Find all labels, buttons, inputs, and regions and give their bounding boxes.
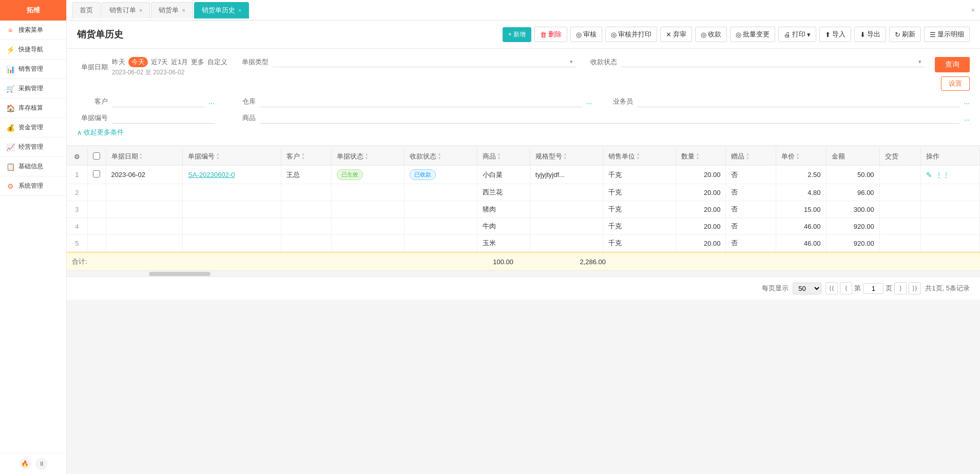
batch-change-button[interactable]: ◎ 批量变更 bbox=[730, 27, 775, 42]
sidebar-item-system-mgmt[interactable]: ⚙ 系统管理 bbox=[0, 176, 66, 196]
doc-no-link[interactable]: SA-20230602-0 bbox=[188, 171, 235, 179]
refresh-button[interactable]: ↻ 刷新 bbox=[889, 27, 921, 42]
row-doc-no bbox=[183, 184, 281, 201]
row-gift: 否 bbox=[726, 235, 776, 252]
date-7days[interactable]: 近7天 bbox=[151, 57, 168, 67]
collect-button[interactable]: ◎ 收款 bbox=[695, 27, 727, 42]
page-next-button[interactable]: ⟩ bbox=[894, 282, 907, 294]
row-doc-status bbox=[331, 184, 404, 201]
close-all-tabs-button[interactable]: × bbox=[971, 7, 975, 14]
tab-close-icon[interactable]: × bbox=[139, 7, 142, 13]
sidebar-item-operations[interactable]: 📈 经营管理 bbox=[0, 137, 66, 157]
row-doc-date bbox=[106, 218, 183, 235]
import-button[interactable]: ⬆ 导入 bbox=[819, 27, 851, 42]
page-first-button[interactable]: ⟨⟨ bbox=[825, 282, 838, 294]
collapse-button[interactable]: ∧ 收起更多条件 bbox=[77, 128, 970, 137]
tab-sales-order[interactable]: 销售订单 × bbox=[102, 2, 150, 18]
goods-dots-icon[interactable]: ... bbox=[964, 114, 970, 122]
row-doc-no bbox=[183, 235, 281, 252]
th-spec-label: 规格型号 bbox=[535, 152, 562, 161]
row-actions: ✎ ⋮⋮ bbox=[921, 166, 980, 184]
sidebar-item-search-menu[interactable]: ≡ 搜索菜单 bbox=[0, 21, 66, 40]
warehouse-input[interactable] bbox=[260, 96, 582, 107]
tab-sales-history[interactable]: 销货单历史 × bbox=[194, 2, 249, 18]
payment-status-select[interactable]: ▾ bbox=[621, 57, 925, 67]
staff-input[interactable] bbox=[637, 96, 959, 107]
row-checkbox[interactable] bbox=[93, 170, 100, 177]
sort-arrows[interactable]: ▲▼ bbox=[497, 152, 501, 161]
row-qty: 20.00 bbox=[676, 166, 726, 184]
warehouse-dots-icon[interactable]: ... bbox=[586, 97, 592, 106]
date-custom[interactable]: 自定义 bbox=[207, 57, 227, 67]
main-table: ⚙ 单据日期 ▲▼ bbox=[67, 148, 980, 252]
settings-gear-icon[interactable]: ⚙ bbox=[74, 153, 80, 161]
row-spec bbox=[530, 184, 603, 201]
show-detail-icon: ☰ bbox=[930, 31, 936, 38]
page-number-input[interactable] bbox=[863, 283, 883, 294]
th-settings[interactable]: ⚙ bbox=[67, 148, 87, 166]
tab-sales-goods[interactable]: 销货单 × bbox=[151, 2, 193, 18]
edit-icon[interactable]: ✎ bbox=[926, 171, 932, 179]
row-customer bbox=[281, 235, 332, 252]
sidebar-pause-icon[interactable]: ⏸ bbox=[35, 458, 48, 470]
row-checkbox-cell bbox=[87, 218, 106, 235]
select-all-checkbox[interactable] bbox=[93, 152, 100, 160]
goods-input[interactable] bbox=[260, 112, 959, 124]
review-print-button[interactable]: ◎ 审核并打印 bbox=[605, 27, 657, 42]
tab-close-icon[interactable]: × bbox=[182, 7, 185, 13]
row-customer bbox=[281, 218, 332, 235]
query-button[interactable]: 查询 bbox=[935, 57, 970, 72]
new-button[interactable]: + 新增 bbox=[503, 27, 531, 42]
per-page-select[interactable]: 50 100 200 bbox=[793, 283, 821, 294]
sidebar: 拓维 ≡ 搜索菜单 ⚡ 快捷导航 📊 销售管理 🛒 采购管理 🏠 库存核算 💰 … bbox=[0, 0, 67, 474]
doc-type-select[interactable]: ▾ bbox=[273, 57, 576, 67]
horizontal-scrollbar[interactable] bbox=[67, 270, 980, 276]
sort-arrows[interactable]: ▲▼ bbox=[139, 152, 143, 161]
date-more[interactable]: 更多 bbox=[191, 57, 204, 67]
sort-arrows[interactable]: ▲▼ bbox=[745, 152, 750, 161]
tab-close-icon[interactable]: × bbox=[238, 7, 241, 13]
filter-area: 单据日期 昨天 今天 近7天 近1月 更多 自定义 2023-06-02 至 2… bbox=[67, 49, 980, 146]
date-today[interactable]: 今天 bbox=[128, 57, 148, 67]
row-price: 46.00 bbox=[776, 235, 827, 252]
sort-arrows[interactable]: ▲▼ bbox=[563, 152, 567, 161]
sidebar-item-inventory[interactable]: 🏠 库存核算 bbox=[0, 98, 66, 118]
date-1month[interactable]: 近1月 bbox=[171, 57, 188, 67]
customer-dots-icon[interactable]: ... bbox=[208, 97, 215, 106]
sidebar-item-finance[interactable]: 💰 资金管理 bbox=[0, 118, 66, 137]
settings-button[interactable]: 设置 bbox=[941, 76, 970, 91]
sort-arrows[interactable]: ▲▼ bbox=[364, 152, 369, 161]
scrollbar-thumb[interactable] bbox=[149, 272, 210, 276]
tab-home[interactable]: 首页 bbox=[72, 2, 101, 18]
delete-button[interactable]: 🗑 删除 bbox=[534, 27, 567, 42]
row-price: 46.00 bbox=[776, 218, 827, 235]
sidebar-item-base-info[interactable]: 📋 基础信息 bbox=[0, 157, 66, 176]
date-yesterday[interactable]: 昨天 bbox=[112, 57, 125, 67]
page-prev-button[interactable]: ⟨ bbox=[840, 282, 852, 294]
sort-arrows[interactable]: ▲▼ bbox=[696, 152, 700, 161]
export-button[interactable]: ⬇ 导出 bbox=[854, 27, 886, 42]
sort-arrows[interactable]: ▲▼ bbox=[301, 152, 305, 161]
sort-arrows[interactable]: ▲▼ bbox=[437, 152, 441, 161]
sort-arrows[interactable]: ▲▼ bbox=[796, 152, 800, 161]
docno-input[interactable] bbox=[112, 112, 215, 124]
staff-dots-icon[interactable]: ... bbox=[964, 97, 970, 106]
th-payment-status-label: 收款状态 bbox=[410, 152, 436, 161]
row-price: 15.00 bbox=[776, 201, 827, 218]
sidebar-item-sales-mgmt[interactable]: 📊 销售管理 bbox=[0, 60, 66, 79]
row-doc-date bbox=[106, 201, 183, 218]
sidebar-fire-icon[interactable]: 🔥 bbox=[19, 458, 31, 470]
sort-arrows[interactable]: ▲▼ bbox=[636, 152, 640, 161]
sort-arrows[interactable]: ▲▼ bbox=[216, 152, 220, 161]
review-button[interactable]: ◎ 审核 bbox=[570, 27, 602, 42]
docno-label: 单据编号 bbox=[77, 113, 108, 123]
show-detail-button[interactable]: ☰ 显示明细 bbox=[924, 27, 970, 42]
sidebar-item-purchase-mgmt[interactable]: 🛒 采购管理 bbox=[0, 79, 66, 98]
more-icon[interactable]: ⋮⋮ bbox=[935, 171, 950, 179]
print-button[interactable]: 🖨 打印 ▾ bbox=[778, 27, 816, 42]
sidebar-item-quick-nav[interactable]: ⚡ 快捷导航 bbox=[0, 40, 66, 60]
customer-input[interactable] bbox=[112, 96, 204, 107]
row-amount: 920.00 bbox=[826, 235, 879, 252]
abandon-button[interactable]: ✕ 弃审 bbox=[660, 27, 692, 42]
page-last-button[interactable]: ⟩⟩ bbox=[909, 282, 921, 294]
